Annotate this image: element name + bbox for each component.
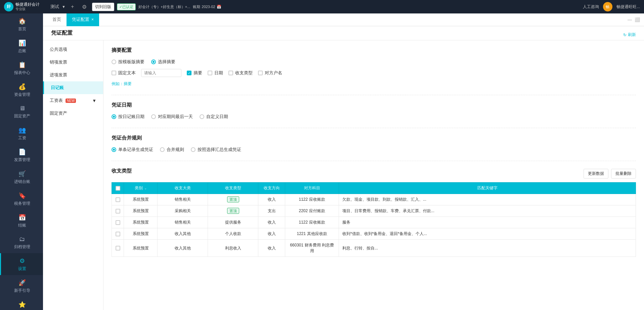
table-row: 系统预置 销售相关 置顶 收入 1122 应收账款 欠款、现金、项目款、到款、报… xyxy=(112,194,636,205)
sidebar-item-guide[interactable]: 🚀 新手引导 xyxy=(0,275,43,297)
refresh-button[interactable]: ↻ 刷新 xyxy=(623,32,636,38)
type-tag-0[interactable]: 置顶 xyxy=(227,196,239,202)
tab-voucher-config[interactable]: 凭证配置 × xyxy=(67,13,99,26)
checkbox-fixed-text[interactable]: 固定文本 xyxy=(112,70,136,76)
refresh-label: 刷新 xyxy=(628,32,636,38)
sidebar-item-asset[interactable]: 🖥 固定资产 xyxy=(0,101,43,122)
td-keyword-4: 利息、行转、按自... xyxy=(339,240,636,257)
closing-icon: 📅 xyxy=(18,214,26,221)
add-button[interactable]: + xyxy=(68,3,77,11)
left-nav-purchase[interactable]: 进项发票 xyxy=(43,69,103,81)
company-dropdown[interactable]: ▼ xyxy=(62,5,66,9)
radio-template[interactable]: 按模板版摘要 xyxy=(112,59,144,65)
radio-journal-date[interactable]: 按日记账日期 xyxy=(112,114,144,120)
settings-icon: ⚙ xyxy=(19,257,25,265)
td-category-4: 系统预置 xyxy=(124,240,158,257)
th-category: 类别 ⌄ xyxy=(124,183,158,194)
gear-button[interactable]: ⚙ xyxy=(79,3,89,11)
th-bigtype: 收支大类 xyxy=(158,183,208,194)
left-nav-public[interactable]: 公共选项 xyxy=(43,43,103,56)
example-text: 例如：摘要 xyxy=(112,81,636,87)
left-nav-payroll[interactable]: 工资表 NEW ▼ xyxy=(43,94,103,107)
td-check-1[interactable] xyxy=(112,205,124,217)
left-nav-fixed-label: 固定资产 xyxy=(50,110,67,116)
td-check-0[interactable] xyxy=(112,194,124,205)
td-check-4[interactable] xyxy=(112,240,124,257)
sidebar-item-fund[interactable]: 💰 资金管理 xyxy=(0,79,43,101)
merge-label: 合并规则 xyxy=(167,147,184,153)
sidebar-item-report[interactable]: 📋 报表中心 xyxy=(0,57,43,79)
left-nav-sales[interactable]: 销项发票 xyxy=(43,56,103,69)
sidebar-item-settings[interactable]: ⚙ 设置 xyxy=(0,253,43,275)
sidebar-item-tax[interactable]: 🔖 税务管理 xyxy=(0,188,43,210)
td-check-2[interactable] xyxy=(112,217,124,228)
income-expense-section: 收支类型 更新数据 批量删除 xyxy=(112,168,636,257)
maximize-icon[interactable]: ⬜ xyxy=(635,17,640,22)
row-check-3[interactable] xyxy=(116,232,120,236)
td-bigtype-0: 销售相关 xyxy=(158,194,208,205)
sidebar-label-fund: 资金管理 xyxy=(14,92,30,98)
left-nav-purchase-label: 进项发票 xyxy=(50,72,67,78)
sidebar-item-member[interactable]: ⭐ 畅会员 xyxy=(0,297,43,310)
sidebar-item-general[interactable]: 📊 总账 xyxy=(0,35,43,57)
calendar-icon[interactable]: 📅 xyxy=(217,5,221,9)
fixed-text-label: 固定文本 xyxy=(118,70,136,76)
salary-icon: 👥 xyxy=(18,126,26,134)
date-title: 凭证日期 xyxy=(112,102,636,108)
radio-merge[interactable]: 合并规则 xyxy=(160,147,184,153)
sidebar-label-home: 首页 xyxy=(18,26,26,32)
th-type: 收支类型 xyxy=(208,183,258,194)
type-tag-1[interactable]: 置顶 xyxy=(227,208,239,214)
archive-icon: 🗂 xyxy=(19,236,25,243)
minimize-icon[interactable]: — xyxy=(628,17,632,22)
table-body: 系统预置 销售相关 置顶 收入 1122 应收账款 欠款、现金、项目款、到款、报… xyxy=(112,194,636,257)
user-name: 畅捷通旺旺... xyxy=(616,4,640,10)
select-total-label: 按照选择汇总生成凭证 xyxy=(198,147,241,153)
checkbox-pay-type[interactable]: 收支类型 xyxy=(228,70,253,76)
radio-period-last[interactable]: 对应期间最后一天 xyxy=(151,114,193,120)
journal-date-label: 按日记账日期 xyxy=(118,114,144,120)
left-nav-journal[interactable]: 日记账 xyxy=(43,81,103,94)
row-check-1[interactable] xyxy=(116,209,120,214)
sidebar-item-invoice[interactable]: 📄 发票管理 xyxy=(0,144,43,166)
tab-close-icon[interactable]: × xyxy=(91,17,94,22)
td-account-2: 1122 应收账款 xyxy=(285,217,339,228)
th-check[interactable] xyxy=(112,183,124,194)
radio-select-circle xyxy=(151,60,156,64)
switch-version-button[interactable]: 切到旧版 xyxy=(92,3,114,11)
checkbox-counterpart[interactable]: 对方户名 xyxy=(258,70,282,76)
tab-bar-right: — ⬜ xyxy=(628,17,640,22)
tab-home[interactable]: 首页 xyxy=(47,13,67,26)
checkbox-date[interactable]: 日期 xyxy=(208,70,223,76)
consult-link[interactable]: 人工咨询 xyxy=(583,4,599,10)
period-value: 2023-02 xyxy=(202,5,215,9)
user-avatar[interactable]: 畅 xyxy=(603,2,612,11)
sidebar-item-home[interactable]: 🏠 首页 xyxy=(0,13,43,35)
sidebar-item-salary[interactable]: 👥 工资 xyxy=(0,122,43,144)
sidebar-label-tax: 税务管理 xyxy=(14,201,30,206)
select-total-circle xyxy=(191,147,196,152)
merge-circle xyxy=(160,147,165,152)
th-check-box[interactable] xyxy=(116,186,120,191)
radio-select[interactable]: 选择摘要 xyxy=(151,59,175,65)
radio-select-total[interactable]: 按照选择汇总生成凭证 xyxy=(191,147,241,153)
row-check-0[interactable] xyxy=(116,197,120,202)
row-check-4[interactable] xyxy=(116,246,120,250)
td-direction-2: 收入 xyxy=(258,217,285,228)
radio-custom-date[interactable]: 自定义日期 xyxy=(200,114,228,120)
batch-delete-button[interactable]: 批量删除 xyxy=(611,169,636,179)
period-label: 账期 xyxy=(193,4,200,9)
category-sort-icon: ⌄ xyxy=(144,186,147,190)
row-check-2[interactable] xyxy=(116,220,120,225)
left-nav-fixed-asset[interactable]: 固定资产 xyxy=(43,107,103,120)
td-check-3[interactable] xyxy=(112,228,124,240)
td-keyword-0: 欠款、现金、项目款、到款、报销款、汇入、... xyxy=(339,194,636,205)
sidebar-item-closing[interactable]: 📅 结账 xyxy=(0,210,43,232)
sidebar-item-purchase[interactable]: 🛒 进销台账 xyxy=(0,166,43,188)
fixed-text-input[interactable] xyxy=(141,69,181,77)
update-data-button[interactable]: 更新数据 xyxy=(584,169,608,179)
radio-single[interactable]: 单条记录生成凭证 xyxy=(112,147,153,153)
checkbox-summary[interactable]: ✓ 摘要 xyxy=(187,70,202,76)
left-nav-journal-label: 日记账 xyxy=(51,85,64,91)
sidebar-item-archive[interactable]: 🗂 归档管理 xyxy=(0,232,43,253)
